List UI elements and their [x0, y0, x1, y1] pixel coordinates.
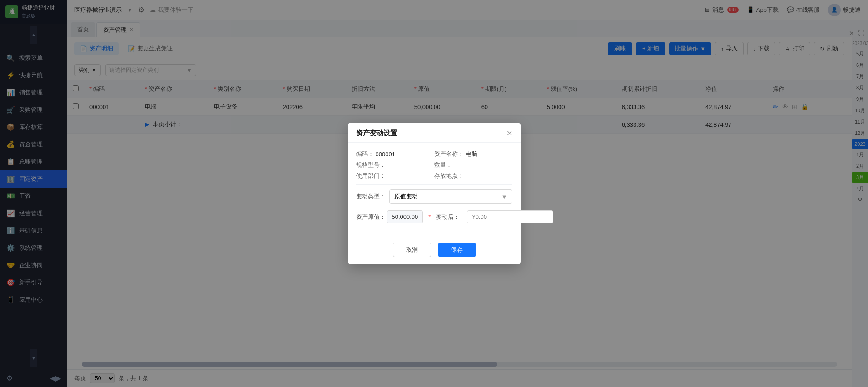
change-type-row: 变动类型： 原值变动 ▼	[356, 189, 512, 204]
change-type-select[interactable]: 原值变动 ▼	[389, 189, 512, 204]
name-label: 资产名称：	[434, 150, 464, 158]
quantity-label: 数量：	[434, 161, 452, 169]
dialog-footer: 取消 保存	[348, 237, 521, 264]
change-type-dropdown-icon: ▼	[501, 194, 507, 200]
asset-change-dialog: 资产变动设置 ✕ 编码： 000001 资产名称： 电脑 规格型号：	[348, 123, 521, 264]
after-label: 变动后：	[436, 213, 463, 221]
dialog-info-row-3: 使用部门： 存放地点：	[356, 172, 512, 180]
asset-value-row: 资产原值： 50,000.00 * 变动后：	[356, 210, 512, 223]
change-type-label: 变动类型：	[356, 193, 386, 201]
cancel-button[interactable]: 取消	[393, 243, 431, 257]
department-label: 使用部门：	[356, 172, 386, 180]
dialog-divider	[356, 184, 512, 185]
dialog-body: 编码： 000001 资产名称： 电脑 规格型号： 数量：	[348, 143, 521, 237]
save-button[interactable]: 保存	[438, 243, 476, 257]
dialog-overlay: 资产变动设置 ✕ 编码： 000001 资产名称： 电脑 规格型号：	[0, 0, 868, 387]
dialog-close-icon[interactable]: ✕	[506, 129, 512, 138]
dialog-info-row-2: 规格型号： 数量：	[356, 161, 512, 169]
asset-value-label: 资产原值：	[356, 213, 383, 221]
asset-value-display: 50,000.00	[387, 210, 423, 223]
after-value-input[interactable]	[467, 210, 553, 223]
spec-label: 规格型号：	[356, 161, 386, 169]
name-value: 电脑	[466, 150, 477, 158]
location-label: 存放地点：	[434, 172, 464, 180]
code-value: 000001	[376, 151, 395, 158]
required-star: *	[428, 213, 431, 220]
code-label: 编码：	[356, 150, 374, 158]
dialog-info-row-1: 编码： 000001 资产名称： 电脑	[356, 150, 512, 158]
dialog-title: 资产变动设置	[356, 129, 397, 138]
dialog-header: 资产变动设置 ✕	[348, 123, 521, 143]
